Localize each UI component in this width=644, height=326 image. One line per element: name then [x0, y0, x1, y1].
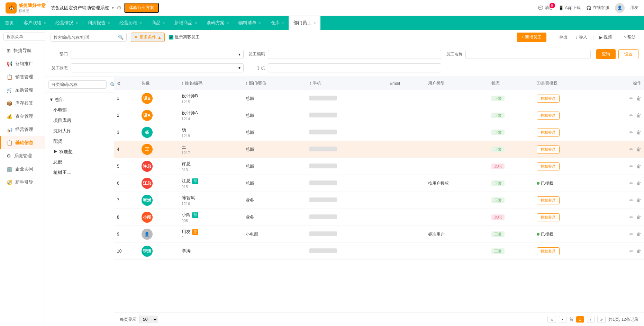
edit-icon[interactable]: ✏ [629, 231, 634, 237]
edit-icon[interactable]: ✏ [629, 147, 634, 152]
online-service-btn[interactable]: 🎧 在线客服 [586, 5, 609, 11]
col-name[interactable]: ↕ 姓名/编码 [179, 77, 243, 90]
last-page-btn[interactable]: » [597, 316, 606, 323]
query-button[interactable]: 查询 [596, 49, 616, 59]
filter-empname-input[interactable] [465, 50, 591, 59]
auth-button[interactable]: 授权登录 [537, 213, 560, 221]
sidebar-item-sales-mgmt[interactable]: 📋销售管理 [0, 70, 45, 83]
delete-icon[interactable]: 🗑 [636, 96, 641, 101]
settings-icon[interactable]: ⚙ [117, 5, 121, 11]
dept-tree-node[interactable]: 小电部 [45, 105, 114, 115]
current-page-num[interactable]: 1 [576, 316, 584, 323]
nav-tab-经营历程[interactable]: 经营历程 × [115, 16, 146, 30]
delete-icon[interactable]: 🗑 [636, 180, 641, 186]
sidebar-item-enterprise[interactable]: 🏢企业协同 [0, 162, 45, 176]
close-tab-icon[interactable]: × [314, 21, 316, 25]
dept-tree-node[interactable]: 总部 [45, 157, 114, 167]
dept-tree-node[interactable]: ▶ 双鹿想 [45, 147, 114, 157]
nav-tab-商品[interactable]: 商品 × [147, 16, 170, 30]
close-tab-icon[interactable]: × [258, 21, 261, 25]
delete-icon[interactable]: 🗑 [636, 214, 641, 220]
auth-button[interactable]: 授权登录 [537, 129, 560, 136]
sidebar-item-system-mgmt[interactable]: ⚙系统管理 [0, 149, 45, 162]
edit-icon[interactable]: ✏ [629, 130, 634, 135]
close-tab-icon[interactable]: × [282, 21, 284, 25]
nav-tab-条码方案[interactable]: 条码方案 × [202, 16, 234, 30]
sidebar-item-quick-nav[interactable]: ⊞快捷导航 [0, 44, 45, 57]
close-tab-icon[interactable]: × [139, 21, 142, 25]
edit-icon[interactable]: ✏ [629, 113, 634, 118]
edit-icon[interactable]: ✏ [629, 164, 634, 169]
nav-tab-首页[interactable]: 首页 [0, 16, 19, 30]
view-button[interactable]: ▶ 视频 [597, 33, 615, 42]
delete-icon[interactable]: 🗑 [636, 147, 641, 152]
nav-tab-经营情况[interactable]: 经营情况 × [51, 16, 82, 30]
sidebar-item-purchase-mgmt[interactable]: 🛒采购管理 [0, 83, 45, 97]
user-avatar[interactable]: 👤 [615, 3, 625, 13]
edit-icon[interactable]: ✏ [629, 180, 634, 186]
close-tab-icon[interactable]: × [44, 21, 46, 25]
help-button[interactable]: ? 帮助 [621, 33, 638, 42]
export-button[interactable]: ↑ 导出 [553, 33, 570, 42]
edit-icon[interactable]: ✏ [629, 197, 634, 203]
nav-tab-客户联络[interactable]: 客户联络 × [19, 16, 51, 30]
settings-button[interactable]: 设置 [618, 49, 638, 59]
delete-icon[interactable]: 🗑 [636, 231, 641, 237]
nav-tab-物料清单[interactable]: 物料清单 × [234, 16, 265, 30]
username[interactable]: 用友 [630, 5, 638, 11]
filter-status-select[interactable]: ▾ [71, 63, 244, 72]
dept-search-icon[interactable]: 🔍 [110, 82, 114, 87]
auth-button[interactable]: 授权登录 [537, 162, 560, 170]
search-input[interactable] [54, 35, 117, 40]
delete-icon[interactable]: 🗑 [636, 248, 641, 254]
col-phone[interactable]: ↕ 手机 [307, 77, 387, 90]
delete-icon[interactable]: 🗑 [636, 113, 641, 118]
sidebar-item-marketing[interactable]: 📢营销推广 [0, 57, 45, 70]
filter-empcode-input[interactable] [268, 50, 441, 59]
show-resigned-checkbox[interactable] [169, 35, 173, 39]
trial-button[interactable]: 体验行业方案 [124, 3, 159, 13]
auth-button[interactable]: 授权登录 [537, 95, 560, 103]
nav-tab-利润报告[interactable]: 利润报告 × [83, 16, 115, 30]
sidebar-search-input[interactable] [3, 33, 45, 41]
dept-search-input[interactable] [48, 80, 107, 89]
auth-button[interactable]: 授权登录 [537, 196, 560, 204]
dept-tree-node[interactable]: 植树王二 [45, 167, 114, 178]
edit-icon[interactable]: ✏ [629, 248, 634, 254]
delete-icon[interactable]: 🗑 [636, 164, 641, 169]
add-employee-button[interactable]: + 新增员工 [517, 33, 546, 42]
prev-page-btn[interactable]: ‹ [559, 316, 566, 323]
nav-tab-仓库[interactable]: 仓库 × [266, 16, 289, 30]
auth-button[interactable]: 授权登录 [537, 247, 560, 255]
first-page-btn[interactable]: « [547, 316, 556, 323]
search-box[interactable]: 🔍 [51, 33, 127, 42]
delete-icon[interactable]: 🗑 [636, 130, 641, 135]
dept-tree-node[interactable]: ▼ 总部 [45, 95, 114, 105]
import-button[interactable]: ↓ 导入 [573, 33, 590, 42]
delete-icon[interactable]: 🗑 [636, 197, 641, 203]
col-settings[interactable]: ⚙ [114, 77, 139, 90]
auth-button[interactable]: 授权登录 [537, 146, 560, 153]
auth-button[interactable]: 授权登录 [537, 112, 560, 120]
show-resigned-label[interactable]: 显示离职员工 [169, 34, 200, 40]
filter-dept-select[interactable]: ▾ [71, 50, 244, 59]
next-page-btn[interactable]: › [587, 316, 595, 323]
page-size-select[interactable]: 50 100 200 [139, 316, 158, 323]
edit-icon[interactable]: ✏ [629, 96, 634, 101]
close-tab-icon[interactable]: × [108, 21, 110, 25]
close-tab-icon[interactable]: × [75, 21, 78, 25]
sidebar-item-inventory[interactable]: 📦库存核算 [0, 97, 45, 110]
edit-icon[interactable]: ✏ [629, 214, 634, 220]
close-tab-icon[interactable]: × [194, 21, 197, 25]
nav-tab-新增商品[interactable]: 新增商品 × [170, 16, 201, 30]
filter-phone-input[interactable] [268, 63, 441, 72]
dept-tree-node[interactable]: 配货 [45, 136, 114, 147]
sidebar-item-basic-info[interactable]: 📋基础信息 [0, 136, 45, 149]
sidebar-item-operation-mgmt[interactable]: 📊经营管理 [0, 123, 45, 136]
search-icon[interactable]: 🔍 [118, 35, 124, 40]
nav-tab-部门员工[interactable]: 部门员工 × [289, 16, 320, 30]
dept-tree-node[interactable]: 沈阳大库 [45, 126, 114, 136]
dept-tree-node[interactable]: 项目库房 [45, 115, 114, 126]
sidebar-item-guide[interactable]: 🧭新手引导 [0, 176, 45, 189]
app-download-btn[interactable]: 📱 App下载 [559, 5, 581, 11]
